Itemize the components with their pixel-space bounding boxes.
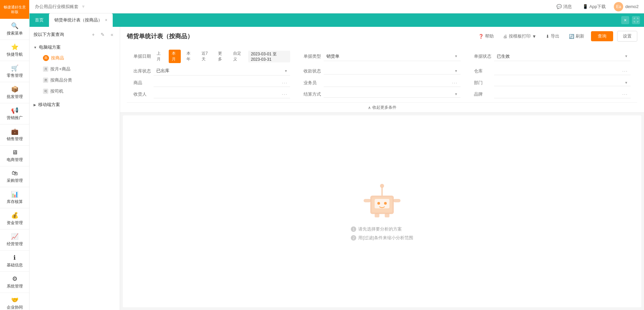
svg-rect-9 [364, 199, 371, 202]
scheme-item-month-goods[interactable]: 月 按月+商品 [32, 64, 117, 74]
tab-current[interactable]: 销货单统计表（按商品） × [49, 13, 113, 27]
sidebar-icon-1: ⭐ [11, 43, 18, 51]
date-cur-month-btn[interactable]: 本月 [169, 50, 181, 63]
edit-scheme-btn[interactable]: ✎ [99, 31, 106, 38]
tab-expand-btn[interactable]: ⛶ [632, 16, 640, 24]
print-icon: 🖨 [503, 34, 507, 39]
filter-cell-goods: 商品 ··· [133, 79, 290, 87]
sidebar-item-3[interactable]: 📦批发管理 [0, 82, 29, 103]
goods-dots[interactable]: ··· [282, 80, 287, 85]
payment-method-label: 结算方式 [304, 91, 324, 97]
brand-dots[interactable]: ··· [622, 92, 628, 97]
tab-close-window-btn[interactable]: × [621, 16, 629, 24]
sidebar-label-11: 基础信息 [7, 262, 23, 268]
sidebar-label-9: 资金管理 [7, 220, 23, 226]
dept-select[interactable]: ▼ [494, 80, 631, 86]
mobile-schemes-section: ▶ 移动端方案 [30, 98, 120, 111]
sidebar-item-12[interactable]: ⚙系统管理 [0, 272, 29, 293]
settings-button[interactable]: 设置 [617, 31, 637, 42]
tab-close-btn[interactable]: × [105, 18, 107, 22]
scheme-item-category[interactable]: 类 按商品分类 [32, 75, 117, 86]
staff-select[interactable]: ··· [324, 79, 460, 87]
user-info[interactable]: Ea demo2 [614, 2, 639, 11]
date-label: 单据日期 [133, 53, 154, 59]
desktop-section-header[interactable]: ▼ 电脑端方案 [30, 42, 120, 52]
add-scheme-btn[interactable]: + [90, 31, 97, 38]
date-7days-btn[interactable]: 近7天 [199, 50, 213, 63]
payment-method-select[interactable]: ▼ [324, 91, 460, 98]
sidebar-icon-0: 🔍 [11, 22, 18, 30]
query-button[interactable]: 查询 [591, 31, 613, 41]
sidebar-label-10: 经营管理 [7, 241, 23, 247]
export-btn[interactable]: ⬇ 导出 [543, 32, 562, 41]
svg-rect-10 [393, 199, 400, 202]
sidebar-icon-8: 📊 [11, 191, 18, 198]
tip-num-1: 1 [351, 226, 356, 232]
payment-status-select[interactable]: ▼ [324, 68, 460, 74]
filter-row-1: 单据日期 上月 本月 本年 近7天 更多 自定义 2023-03-01 至 20… [133, 50, 631, 63]
sidebar-icon-10: 📈 [11, 233, 18, 240]
filter-cell-doc-type: 单据类型 销货单 ▼ [304, 52, 460, 61]
doc-type-select[interactable]: 销货单 ▼ [324, 52, 460, 61]
sidebar-item-2[interactable]: 🛒零售管理 [0, 61, 29, 82]
date-cur-year-btn[interactable]: 本年 [183, 50, 196, 63]
staff-dots[interactable]: ··· [452, 80, 458, 85]
scheme-item-driver[interactable]: 司 按司机 [32, 86, 117, 97]
sidebar-item-1[interactable]: ⭐快捷导航 [0, 40, 29, 61]
tab-home[interactable]: 首页 [30, 13, 49, 27]
page-header-actions: ❓ 帮助 🖨 按模板打印 ▼ ⬇ 导出 🔄 [476, 31, 637, 42]
collapse-panel-btn[interactable]: « [108, 31, 116, 38]
mobile-section-header[interactable]: ▶ 移动端方案 [30, 100, 120, 110]
messages-btn[interactable]: 💬 消息 [554, 2, 575, 11]
empty-illustration [362, 180, 402, 221]
consignee-select[interactable]: ··· [154, 90, 290, 98]
payment-status-label: 收款状态 [304, 68, 324, 74]
sidebar-item-10[interactable]: 📈经营管理 [0, 229, 29, 251]
date-range-display: 2023-03-01 至 2023-03-31 [248, 51, 290, 62]
date-prev-month-btn[interactable]: 上月 [154, 50, 166, 63]
tip-text-1: 请先选择要分析的方案 [358, 225, 402, 234]
desktop-section-label: 电脑端方案 [39, 44, 61, 50]
sidebar-label-0: 搜索菜单 [7, 31, 23, 36]
doc-status-select[interactable]: 已生效 ▼ [494, 52, 631, 61]
sidebar-item-0[interactable]: 🔍搜索菜单 [0, 19, 29, 40]
scheme-icon-category: 类 [43, 78, 48, 83]
expand-icon: ▼ [34, 46, 37, 49]
refresh-btn[interactable]: 🔄 刷新 [566, 32, 587, 41]
sidebar-item-6[interactable]: 🖥电商管理 [0, 146, 29, 166]
goods-select[interactable]: ··· [154, 79, 290, 87]
scheme-item-goods[interactable]: 商 按商品 [32, 53, 117, 63]
sidebar-item-11[interactable]: ℹ基础信息 [0, 251, 29, 272]
sidebar-item-7[interactable]: 🛍采购管理 [0, 166, 29, 187]
doc-type-label: 单据类型 [304, 53, 324, 59]
scheme-icon-goods: 商 [43, 55, 49, 61]
sidebar-item-8[interactable]: 📊库存核算 [0, 187, 29, 208]
empty-tips: 1 请先选择要分析的方案 2 用[过滤]条件来缩小分析范围 [351, 225, 413, 242]
date-more-btn[interactable]: 更多 [215, 50, 227, 63]
phone-icon: 📱 [583, 4, 588, 9]
out-status-select[interactable]: 已出库 ▼ [154, 66, 290, 75]
consignee-dots[interactable]: ··· [282, 92, 287, 97]
sidebar-item-13[interactable]: 🤝企业协同 [0, 293, 29, 310]
sidebar-label-13: 企业协同 [7, 305, 23, 310]
warehouse-dots[interactable]: ··· [622, 68, 628, 73]
print-btn[interactable]: 🖨 按模板打印 ▼ [500, 32, 539, 41]
collapse-filters-btn[interactable]: ∧ 收起更多条件 [127, 102, 637, 112]
sidebar-item-5[interactable]: 💼销售管理 [0, 124, 29, 146]
sidebar-label-7: 采购管理 [7, 178, 23, 184]
date-custom-btn[interactable]: 自定义 [230, 50, 246, 63]
brand-select[interactable]: ··· [494, 90, 631, 98]
help-btn[interactable]: ❓ 帮助 [476, 32, 496, 41]
page-header: 销货单统计表（按商品） ❓ 帮助 🖨 按模板打印 ▼ ⬇ [120, 27, 644, 113]
app-download-btn[interactable]: 📱 App下载 [580, 2, 608, 11]
mobile-section-label: 移动端方案 [38, 102, 60, 108]
sidebar-icon-5: 💼 [11, 128, 18, 135]
sidebar-icon-13: 🤝 [11, 296, 18, 304]
date-filter: 上月 本月 本年 近7天 更多 自定义 2023-03-01 至 2023-03… [154, 50, 290, 63]
sidebar-item-9[interactable]: 💰资金管理 [0, 208, 29, 229]
sidebar-item-4[interactable]: 📢营销推广 [0, 103, 29, 124]
filter-row-4: 收货人 ··· 结算方式 ▼ [133, 90, 631, 98]
warehouse-select[interactable]: ··· [494, 67, 631, 75]
avatar: Ea [614, 2, 623, 11]
warehouse-label: 仓库 [474, 68, 494, 74]
